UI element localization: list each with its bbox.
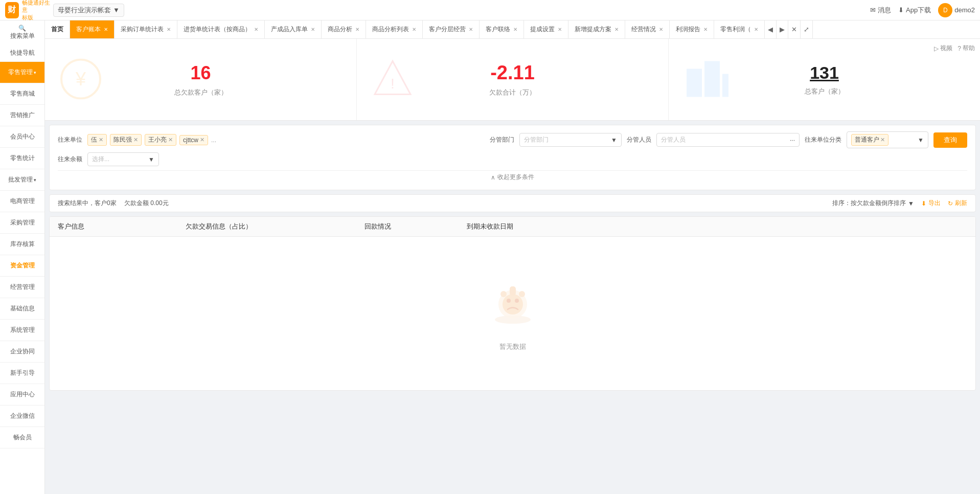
tab-profit-report[interactable]: 利润报告 ✕ xyxy=(670,20,714,39)
unit-tag-cjttcw-close[interactable]: ✕ xyxy=(200,137,204,143)
export-button[interactable]: ⬇ 导出 xyxy=(921,199,941,208)
sidebar-item-enterprise-wechat[interactable]: 企业微信 xyxy=(0,406,44,427)
sidebar-item-purchase-mgmt[interactable]: 采购管理 xyxy=(0,212,44,234)
unit-type-tag[interactable]: 普通客户 ✕ xyxy=(851,134,888,146)
tab-product-analysis-list[interactable]: 商品分析列表 ✕ xyxy=(366,20,423,39)
filter-bar: 往来单位 伍 ✕ 陈民强 ✕ 王小亮 ✕ xyxy=(49,125,976,190)
query-button[interactable]: 查询 xyxy=(933,132,967,148)
tab-close-customer-tier[interactable]: ✕ xyxy=(469,27,473,32)
stat-debit-label: 总欠款客户（家） xyxy=(174,88,227,97)
person-filter-select[interactable]: 分管人员 ··· xyxy=(656,133,800,147)
tab-close-purchase-order[interactable]: ✕ xyxy=(167,27,171,32)
unit-tag-chen[interactable]: 陈民强 ✕ xyxy=(110,134,142,146)
help-icon: ? xyxy=(958,45,961,52)
sidebar-item-enterprise-coop[interactable]: 企业协同 xyxy=(0,341,44,363)
sidebar-item-quick-nav[interactable]: 快捷导航 xyxy=(0,44,44,62)
sidebar-item-member-center[interactable]: 会员中心 xyxy=(0,126,44,148)
tab-close-retail-profit[interactable]: ✕ xyxy=(754,27,758,32)
play-icon: ▷ xyxy=(934,45,939,52)
unit-tag-chen-close[interactable]: ✕ xyxy=(133,137,138,143)
message-icon: ✉ xyxy=(870,6,876,14)
sidebar-item-basic-info[interactable]: 基础信息 xyxy=(0,298,44,320)
sidebar-item-ecommerce-mgmt[interactable]: 电商管理 xyxy=(0,191,44,212)
sidebar-item-retail-mgmt[interactable]: 零售管理 ▾ xyxy=(0,62,44,83)
result-info-left: 搜索结果中，客户0家 欠款金额 0.00元 xyxy=(58,199,169,208)
sidebar-item-retail-stat[interactable]: 零售统计 xyxy=(0,148,44,169)
unit-tags-more[interactable]: ... xyxy=(211,137,216,144)
sidebar-item-operations-mgmt[interactable]: 经营管理 xyxy=(0,277,44,298)
table-col-due-date: 到期未收款日期 xyxy=(467,222,967,231)
unit-type-filter-select[interactable]: 普通客户 ✕ ▼ xyxy=(847,131,928,148)
sidebar-item-capital-mgmt[interactable]: 资金管理 xyxy=(0,255,44,277)
sort-button[interactable]: 排序：按欠款金额倒序排序 ▼ xyxy=(832,199,914,208)
logo-area[interactable]: 财 畅捷通好生意 标版 xyxy=(5,0,50,21)
unit-tag-wang-close[interactable]: ✕ xyxy=(168,137,173,143)
help-link[interactable]: ? 帮助 xyxy=(958,44,975,53)
unit-tag-wang[interactable]: 王小亮 ✕ xyxy=(145,134,176,146)
tab-close-all[interactable]: ✕ xyxy=(788,20,801,39)
sidebar-item-wholesale-mgmt[interactable]: 批发管理 ▾ xyxy=(0,169,44,191)
tab-nav-right[interactable]: ▶ xyxy=(777,20,788,39)
tab-close-purchase-stat[interactable]: ✕ xyxy=(254,27,258,32)
unit-tag-wu-close[interactable]: ✕ xyxy=(99,137,103,143)
stat-bg-warning-icon: ! xyxy=(372,58,413,99)
tab-new-suggest[interactable]: 新增提成方案 ✕ xyxy=(568,20,625,39)
tab-close-customer-contact[interactable]: ✕ xyxy=(513,27,517,32)
svg-point-13 xyxy=(500,291,507,297)
app-download-button[interactable]: ⬇ App下载 xyxy=(898,6,931,15)
sidebar-item-vip-member[interactable]: 畅会员 xyxy=(0,427,44,448)
result-info: 搜索结果中，客户0家 欠款金额 0.00元 排序：按欠款金额倒序排序 ▼ ⬇ 导… xyxy=(49,194,976,212)
sidebar-item-marketing[interactable]: 营销推广 xyxy=(0,105,44,126)
tab-close-product-analysis[interactable]: ✕ xyxy=(355,27,359,32)
stat-bg-building-icon xyxy=(684,58,730,99)
sidebar-item-search[interactable]: 🔍 搜索菜单 xyxy=(0,20,44,44)
tab-close-accounts[interactable]: ✕ xyxy=(104,27,108,32)
tab-purchase-order[interactable]: 采购订单统计表 ✕ xyxy=(115,20,177,39)
stat-total-customers-label: 总客户（家） xyxy=(805,87,845,96)
sidebar-item-new-guide[interactable]: 新手引导 xyxy=(0,363,44,384)
dept-filter-label: 分管部门 xyxy=(490,136,514,144)
unit-type-tag-close[interactable]: ✕ xyxy=(880,137,885,143)
video-link[interactable]: ▷ 视频 xyxy=(934,44,952,53)
stat-debit-total-number: -2.11 xyxy=(490,62,535,84)
collapse-button[interactable]: ∧ 收起更多条件 xyxy=(58,170,967,184)
tab-suggest-settings[interactable]: 提成设置 ✕ xyxy=(524,20,568,39)
user-menu[interactable]: D demo2 xyxy=(938,3,975,17)
tab-customer-contact[interactable]: 客户联络 ✕ xyxy=(480,20,524,39)
unit-tag-wu[interactable]: 伍 ✕ xyxy=(87,134,107,146)
tab-nav-left[interactable]: ◀ xyxy=(765,20,777,39)
logo-text: 畅捷通好生意 标版 xyxy=(22,0,50,21)
tab-close-profit-report[interactable]: ✕ xyxy=(703,27,708,32)
dept-filter-select[interactable]: 分管部门 ▼ xyxy=(519,133,622,147)
tab-expand[interactable]: ⤢ xyxy=(801,20,813,39)
tab-close-suggest-settings[interactable]: ✕ xyxy=(558,27,562,32)
top-bar-right: ✉ 消息 ⬇ App下载 D demo2 xyxy=(870,3,975,17)
svg-rect-4 xyxy=(687,69,702,97)
sidebar-item-inventory[interactable]: 库存核算 xyxy=(0,234,44,255)
stat-top-right-actions: ▷ 视频 ? 帮助 xyxy=(934,44,975,53)
stat-debit-number: 16 xyxy=(190,62,211,84)
sidebar-item-system-mgmt[interactable]: 系统管理 xyxy=(0,320,44,341)
tab-product-analysis[interactable]: 商品分析 ✕ xyxy=(322,20,366,39)
refresh-button[interactable]: ↻ 刷新 xyxy=(948,199,967,208)
sidebar-item-app-center[interactable]: 应用中心 xyxy=(0,384,44,406)
tab-purchase-stat[interactable]: 进货单统计表（按商品） ✕ xyxy=(177,20,265,39)
balance-filter-select[interactable]: 选择... ▼ xyxy=(87,152,159,166)
tab-close-operations[interactable]: ✕ xyxy=(659,27,663,32)
tab-retail-profit[interactable]: 零售利润（ ✕ xyxy=(714,20,765,39)
tab-operations[interactable]: 经营情况 ✕ xyxy=(625,20,670,39)
tab-close-product-analysis-list[interactable]: ✕ xyxy=(412,27,416,32)
tab-home[interactable]: 首页 xyxy=(45,20,70,39)
unit-tag-cjttcw[interactable]: cjttcw ✕ xyxy=(179,135,208,145)
tab-product-in[interactable]: 产成品入库单 ✕ xyxy=(265,20,322,39)
message-button[interactable]: ✉ 消息 xyxy=(870,6,891,15)
tab-accounts[interactable]: 客户账本 ✕ xyxy=(70,20,115,39)
unit-type-dropdown-icon: ▼ xyxy=(918,137,924,144)
unit-filter-label: 往来单位 xyxy=(58,136,82,144)
tab-close-new-suggest[interactable]: ✕ xyxy=(614,27,619,32)
tab-customer-tier[interactable]: 客户分层经营 ✕ xyxy=(423,20,480,39)
industry-selector[interactable]: 母婴行业演示帐套 ▼ xyxy=(53,4,124,17)
tab-close-product-in[interactable]: ✕ xyxy=(311,27,315,32)
sidebar-item-retail-mall[interactable]: 零售商城 xyxy=(0,83,44,105)
unit-filter-tags: 伍 ✕ 陈民强 ✕ 王小亮 ✕ cjttcw ✕ xyxy=(87,134,485,146)
